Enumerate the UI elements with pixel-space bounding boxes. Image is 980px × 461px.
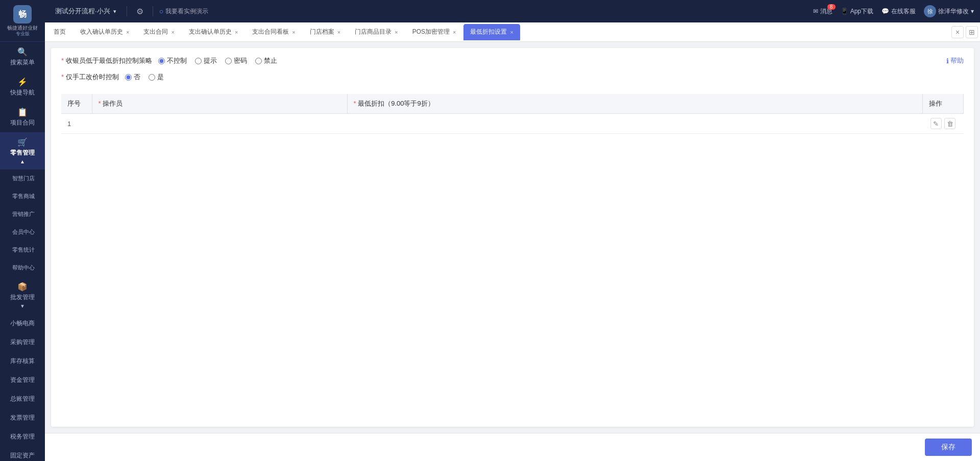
sidebar-item-retail-stats-label: 零售统计 xyxy=(12,246,35,254)
col-header-actions: 操作 xyxy=(923,94,964,114)
topbar-divider xyxy=(127,6,127,16)
tab-home[interactable]: 首页 xyxy=(47,24,72,40)
sidebar-item-online-store-label: 零售商城 xyxy=(12,192,35,200)
app-download-btn[interactable]: 📱 App下载 xyxy=(841,7,873,16)
sidebar-item-member-center[interactable]: 会员中心 xyxy=(0,223,45,241)
sidebar-item-search-label: 搜索菜单 xyxy=(10,58,35,67)
tab-payment-board-close-icon[interactable]: × xyxy=(292,29,295,35)
manual-price-label: 仅手工改价时控制 xyxy=(61,72,119,82)
tab-min-discount-close-icon[interactable]: × xyxy=(510,29,513,35)
tab-pos-password-close-icon[interactable]: × xyxy=(453,29,456,35)
sidebar-item-member-center-label: 会员中心 xyxy=(12,228,35,236)
wholesale-icon: 📦 xyxy=(17,282,28,292)
tab-store-products-close-icon[interactable]: × xyxy=(395,29,398,35)
tab-payment-confirm-close-icon[interactable]: × xyxy=(235,29,238,35)
app-logo-text: 畅捷通好业财 专业版 xyxy=(7,25,38,37)
radio-manual-no[interactable]: 否 xyxy=(125,72,140,82)
quicknav-icon: ⚡ xyxy=(17,77,28,87)
tab-income-close-icon[interactable]: × xyxy=(126,29,129,35)
sidebar-item-capital-label: 资金管理 xyxy=(10,376,35,384)
download-icon: 📱 xyxy=(841,8,848,15)
sidebar-item-quicknav[interactable]: ⚡ 快捷导航 xyxy=(0,72,45,102)
radio-forbid[interactable]: 禁止 xyxy=(255,56,277,65)
tab-store-products[interactable]: 门店商品目录 × xyxy=(348,24,404,40)
sidebar-item-ledger-label: 总账管理 xyxy=(10,395,35,403)
sidebar-item-tax-mgmt[interactable]: 税务管理 xyxy=(0,427,45,446)
tab-store-files-close-icon[interactable]: × xyxy=(337,29,340,35)
sidebar-item-purchase-mgmt[interactable]: 采购管理 xyxy=(0,333,45,352)
sidebar-item-capital-mgmt[interactable]: 资金管理 xyxy=(0,371,45,390)
radio-no-control[interactable]: 不控制 xyxy=(158,56,187,65)
manual-price-row: 仅手工改价时控制 否 是 xyxy=(61,72,964,82)
sidebar-item-ledger[interactable]: 总账管理 xyxy=(0,390,45,408)
topbar-settings-button[interactable]: ⚙ xyxy=(133,5,146,18)
edit-row-btn[interactable]: ✎ xyxy=(930,118,942,129)
tab-bar: 首页 收入确认单历史 × 支出合同 × 支出确认单历史 × 支出合同看板 × 门… xyxy=(45,22,980,42)
sidebar-item-ecommerce[interactable]: 小畅电商 xyxy=(0,314,45,333)
radio-manual-yes-label: 是 xyxy=(157,72,164,82)
tab-min-discount-label: 最低折扣设置 xyxy=(470,28,507,36)
demo-icon: ○ xyxy=(159,7,163,15)
sidebar-item-invoice-mgmt[interactable]: 发票管理 xyxy=(0,408,45,427)
sidebar-item-help-center[interactable]: 帮助中心 xyxy=(0,259,45,277)
online-support-btn[interactable]: 💬 在线客服 xyxy=(881,7,916,16)
sidebar-item-fixed-assets-label: 固定资产 xyxy=(10,451,35,460)
radio-password-label: 密码 xyxy=(234,56,247,65)
sidebar-item-wholesale-mgmt[interactable]: 📦 批发管理 ▼ xyxy=(0,277,45,314)
table-section: 序号 操作员 最低折扣（9.00等于9折） 操作 xyxy=(61,94,964,419)
sidebar-item-marketing-label: 营销推广 xyxy=(12,210,35,218)
sidebar-item-retail-mgmt[interactable]: 🛒 零售管理 ▲ xyxy=(0,132,45,169)
avatar: 徐 xyxy=(924,5,936,17)
sidebar-item-inventory[interactable]: 库存核算 xyxy=(0,352,45,371)
table-header-row: 序号 操作员 最低折扣（9.00等于9折） 操作 xyxy=(61,94,964,114)
topbar-demo-link[interactable]: ○ 我要看实例演示 xyxy=(159,7,208,16)
sidebar-item-retail-label: 零售管理 xyxy=(10,149,35,157)
delete-row-btn[interactable]: 🗑 xyxy=(944,118,955,129)
sidebar-item-smart-store[interactable]: 智慧门店 xyxy=(0,169,45,187)
app-download-label: App下载 xyxy=(850,7,873,16)
help-icon: ℹ xyxy=(946,57,949,65)
tab-payment-confirm-history[interactable]: 支出确认单历史 × xyxy=(182,24,244,40)
topbar: 测试分开流程·小兴 ▾ ⚙ ○ 我要看实例演示 ✉ 消息 8 📱 App下载 💬… xyxy=(45,0,980,22)
support-icon: 💬 xyxy=(881,8,889,15)
table-row: 1 ✎ 🗑 xyxy=(61,114,964,134)
tab-income-label: 收入确认单历史 xyxy=(80,28,123,36)
sidebar-item-search[interactable]: 🔍 搜索菜单 xyxy=(0,42,45,72)
discount-strategy-label: 收银员低于最低折扣控制策略 xyxy=(61,56,152,65)
sidebar-item-smart-store-label: 智慧门店 xyxy=(12,175,35,182)
tab-pos-password-label: POS加密管理 xyxy=(412,28,450,36)
user-dropdown-icon: ▾ xyxy=(971,8,974,15)
tab-payment-contract-label: 支出合同 xyxy=(143,28,168,36)
tab-store-files[interactable]: 门店档案 × xyxy=(303,24,347,40)
tab-close-all-btn[interactable]: × xyxy=(951,26,964,38)
sidebar-item-help-center-label: 帮助中心 xyxy=(12,264,35,272)
user-name: 徐泽华修改 xyxy=(938,7,969,16)
tab-payment-contract-board[interactable]: 支出合同看板 × xyxy=(246,24,302,40)
sidebar-item-project-contract[interactable]: 📋 项目合同 xyxy=(0,102,45,132)
sidebar-item-retail-stats[interactable]: 零售统计 xyxy=(0,241,45,259)
radio-password[interactable]: 密码 xyxy=(225,56,247,65)
save-button[interactable]: 保存 xyxy=(925,439,972,456)
help-button[interactable]: ℹ 帮助 xyxy=(946,56,964,65)
notifications-btn[interactable]: ✉ 消息 8 xyxy=(813,7,832,16)
tab-more-btn[interactable]: ⊞ xyxy=(966,26,978,38)
tab-min-discount[interactable]: 最低折扣设置 × xyxy=(463,24,520,40)
radio-prompt[interactable]: 提示 xyxy=(195,56,217,65)
notifications-badge: 8 xyxy=(827,4,836,10)
tab-income-confirm-history[interactable]: 收入确认单历史 × xyxy=(74,24,136,40)
sidebar-item-fixed-assets[interactable]: 固定资产 xyxy=(0,446,45,461)
cell-min-discount xyxy=(347,114,923,134)
topbar-divider-2 xyxy=(153,6,153,16)
tab-payment-contract[interactable]: 支出合同 × xyxy=(137,24,181,40)
tab-payment-contract-close-icon[interactable]: × xyxy=(171,29,174,35)
sidebar-item-online-store[interactable]: 零售商城 xyxy=(0,187,45,205)
main-area: 测试分开流程·小兴 ▾ ⚙ ○ 我要看实例演示 ✉ 消息 8 📱 App下载 💬… xyxy=(45,0,980,461)
radio-manual-yes[interactable]: 是 xyxy=(149,72,164,82)
sidebar: 畅 畅捷通好业财 专业版 🔍 搜索菜单 ⚡ 快捷导航 📋 项目合同 🛒 零售管理… xyxy=(0,0,45,461)
project-icon: 📋 xyxy=(17,107,28,117)
tab-pos-password[interactable]: POS加密管理 × xyxy=(406,24,463,40)
sidebar-item-marketing[interactable]: 营销推广 xyxy=(0,205,45,223)
topbar-project-selector[interactable]: 测试分开流程·小兴 ▾ xyxy=(51,5,120,18)
user-profile-btn[interactable]: 徐 徐泽华修改 ▾ xyxy=(924,5,974,17)
radio-prompt-label: 提示 xyxy=(204,56,217,65)
